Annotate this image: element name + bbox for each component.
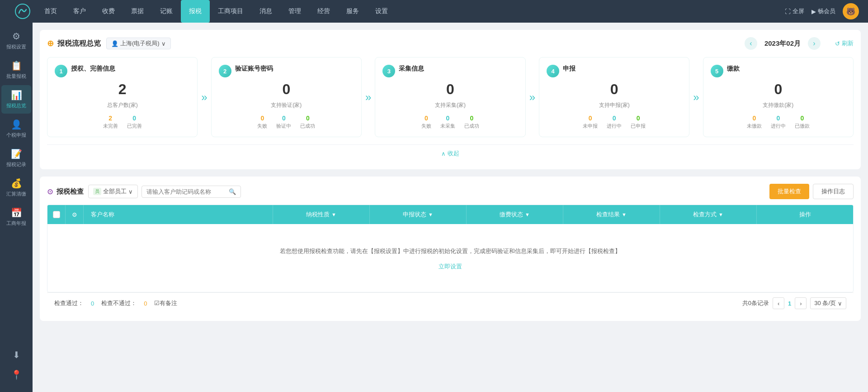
search-icon[interactable]: 🔍 — [229, 188, 236, 195]
nav-manage[interactable]: 管理 — [280, 0, 309, 23]
next-month-button[interactable]: › — [808, 37, 821, 50]
employee-badge: 员 — [93, 188, 101, 195]
step4-label: 申报 — [563, 65, 576, 73]
stat-verifying-label: 验证中 — [276, 123, 291, 129]
th-gear: ⚙ — [66, 205, 84, 224]
th-action: 操作 — [757, 205, 853, 224]
nav-tax[interactable]: 报税 — [181, 0, 210, 23]
stat-filing-val: 0 — [613, 115, 616, 122]
annual-report-icon: 📅 — [11, 207, 22, 218]
check-method-filter-icon[interactable]: ▼ — [718, 212, 723, 217]
prev-page-button[interactable]: ‹ — [773, 297, 784, 309]
sidebar-item-tax-overview[interactable]: 📊 报税总览 — [1, 85, 31, 114]
note-label: ☑有备注 — [154, 299, 177, 307]
nav-message[interactable]: 消息 — [251, 0, 280, 23]
stat-complete-label: 已完善 — [127, 123, 142, 129]
stat-collected: 0 已成功 — [464, 115, 479, 129]
declare-status-filter-icon[interactable]: ▼ — [428, 212, 433, 217]
nav-accounting[interactable]: 记账 — [152, 0, 181, 23]
arrow-1-2: » — [198, 57, 211, 137]
stat-uncollected: 0 未采集 — [440, 115, 455, 129]
nav-settings[interactable]: 设置 — [367, 0, 396, 23]
sidebar-item-tax-settings[interactable]: ⚙ 报税设置 — [1, 26, 31, 55]
filter-group: 员 全部员工 ∨ 🔍 — [88, 185, 241, 198]
stat-collected-label: 已成功 — [464, 123, 479, 129]
nav-home[interactable]: 首页 — [36, 0, 65, 23]
sidebar-item-settlement[interactable]: 💰 汇算清缴 — [1, 173, 31, 202]
refresh-button[interactable]: ↺ 刷新 — [835, 39, 854, 48]
step3-value: 0 — [382, 81, 518, 98]
col-pay-status: 缴费状态 — [500, 210, 523, 219]
table-empty-state: 若您想使用报税检查功能，请先在【报税设置】中进行报税的初始化设置，完成密码验证和… — [47, 224, 853, 292]
sidebar-bottom: ⬇ 📍 — [1, 345, 31, 392]
sidebar-item-tax-record[interactable]: 📝 报税记录 — [1, 144, 31, 172]
flow-overview-card: ⊕ 报税流程总览 👤 上海(电子税局) ∨ ‹ 2023年02月 › ↺ 刷新 — [40, 30, 861, 169]
sidebar-item-personal-tax[interactable]: 👤 个税申报 — [1, 115, 31, 143]
flow-title: ⊕ 报税流程总览 — [47, 38, 101, 48]
select-all-checkbox[interactable] — [53, 211, 60, 218]
collapse-chevron-icon: ∧ — [441, 150, 446, 157]
col-check-method: 检查方式 — [693, 210, 717, 219]
sidebar: ⚙ 报税设置 📋 批量报税 📊 报税总览 👤 个税申报 📝 报税记录 💰 汇算清… — [0, 23, 33, 392]
step3-sub: 支持采集(家) — [382, 101, 518, 109]
tax-type-filter-icon[interactable]: ▼ — [331, 212, 336, 217]
step5-stats: 0 未缴款 0 进行中 0 已缴款 — [711, 115, 846, 129]
employee-filter[interactable]: 员 全部员工 ∨ — [88, 185, 138, 198]
sidebar-location[interactable]: 📍 — [1, 365, 31, 385]
next-page-button[interactable]: › — [795, 297, 807, 309]
arrow-2-3: » — [362, 57, 375, 137]
stat-unfiled: 0 未申报 — [583, 115, 598, 129]
step1-label: 授权、完善信息 — [71, 65, 115, 73]
per-page-arrow-icon: ∨ — [838, 300, 842, 307]
setup-link[interactable]: 立即设置 — [439, 263, 462, 271]
step1-number: 1 — [55, 65, 67, 77]
step2-label: 验证账号密码 — [235, 65, 273, 73]
search-input[interactable] — [146, 188, 226, 195]
main-layout: ⚙ 报税设置 📋 批量报税 📊 报税总览 👤 个税申报 📝 报税记录 💰 汇算清… — [0, 23, 868, 392]
pass-label: 检查通过： — [54, 299, 84, 307]
fullscreen-button[interactable]: ⛶ 全屏 — [785, 7, 804, 15]
avatar[interactable]: 🐻 — [843, 3, 859, 19]
month-navigator: ‹ 2023年02月 › — [745, 37, 821, 50]
operation-log-button[interactable]: 操作日志 — [813, 184, 854, 199]
arrow-4-5: » — [689, 57, 703, 137]
nav-service[interactable]: 服务 — [338, 0, 367, 23]
stat-unfiled-val: 0 — [589, 115, 592, 122]
nav-fee[interactable]: 收费 — [94, 0, 123, 23]
gear-icon[interactable]: ⚙ — [72, 211, 77, 218]
empty-message: 若您想使用报税检查功能，请先在【报税设置】中进行报税的初始化设置，完成密码验证和… — [280, 245, 621, 257]
sidebar-label-tax-overview: 报税总览 — [6, 102, 26, 109]
nav-invoice[interactable]: 票据 — [123, 0, 152, 23]
tax-check-table: ⚙ 客户名称 纳税性质 ▼ 申报状态 ▼ 缴费状态 ▼ — [47, 205, 854, 292]
check-result-filter-icon[interactable]: ▼ — [622, 212, 627, 217]
location-person-icon: 👤 — [111, 40, 118, 47]
location-selector[interactable]: 👤 上海(电子税局) ∨ — [106, 38, 171, 49]
sidebar-item-annual-report[interactable]: 📅 工商年报 — [1, 203, 31, 231]
nav-business[interactable]: 工商项目 — [210, 0, 251, 23]
prev-month-button[interactable]: ‹ — [745, 37, 757, 50]
sidebar-download[interactable]: ⬇ — [1, 345, 31, 365]
nav-operation[interactable]: 经营 — [309, 0, 338, 23]
sidebar-label-annual-report: 工商年报 — [6, 220, 26, 227]
step4-header: 4 申报 — [547, 65, 682, 77]
pay-status-filter-icon[interactable]: ▼ — [525, 212, 530, 217]
dropdown-arrow-icon: ∨ — [128, 188, 133, 195]
stat-filing: 0 进行中 — [607, 115, 622, 129]
tax-check-card: ⊙ 报税检查 员 全部员工 ∨ 🔍 批量检查 操作日志 — [40, 177, 861, 321]
sidebar-label-batch-tax: 批量报税 — [6, 73, 26, 80]
per-page-selector[interactable]: 30 条/页 ∨ — [810, 297, 846, 309]
th-declare-status: 申报状态 ▼ — [370, 205, 467, 224]
stat-collect-fail-label: 失败 — [421, 123, 431, 129]
sidebar-item-batch-tax[interactable]: 📋 批量报税 — [1, 56, 31, 84]
stat-filed: 0 已申报 — [631, 115, 646, 129]
vip-button[interactable]: ▶ 畅会员 — [811, 7, 835, 15]
stat-incomplete-label: 未完善 — [103, 123, 118, 129]
stat-unpaid: 0 未缴款 — [747, 115, 762, 129]
nav-customer[interactable]: 客户 — [65, 0, 94, 23]
stat-unfiled-label: 未申报 — [583, 123, 598, 129]
stat-incomplete: 2 未完善 — [103, 115, 118, 129]
step5-label: 缴款 — [727, 65, 740, 73]
collapse-button[interactable]: ∧ 收起 — [47, 145, 854, 162]
batch-check-button[interactable]: 批量检查 — [769, 184, 809, 199]
arrow-3-4: » — [526, 57, 539, 137]
